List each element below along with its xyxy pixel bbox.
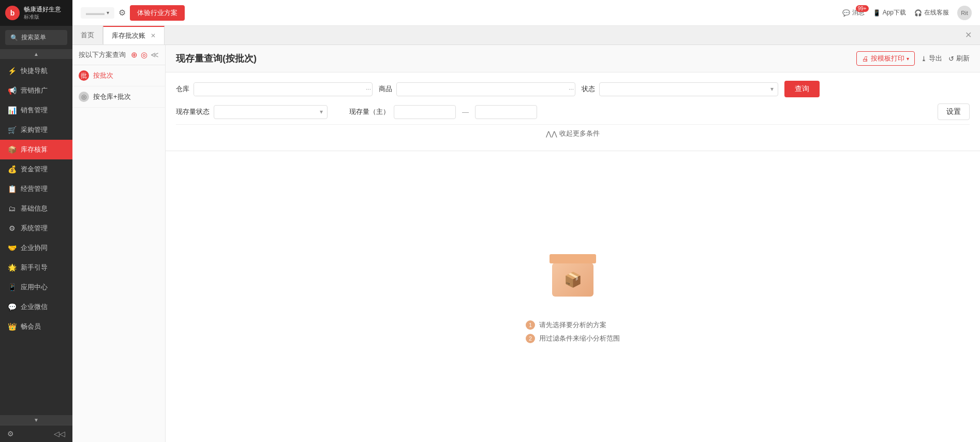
message-icon: 💬: [842, 9, 850, 17]
topbar-gear-button[interactable]: ⚙: [118, 8, 126, 18]
app-download-button[interactable]: 📱 App下载: [873, 8, 906, 17]
warehouse-field: 仓库 ···: [176, 82, 373, 96]
collapse-panel-button[interactable]: ≪: [151, 50, 159, 60]
sidebar-item-operations[interactable]: 📋 经营管理: [0, 179, 72, 199]
sidebar-item-purchase[interactable]: 🛒 采购管理: [0, 120, 72, 140]
printer-icon: 🖨: [862, 55, 869, 63]
search-menu-button[interactable]: 🔍 搜索菜单: [5, 30, 67, 45]
sidebar-item-member[interactable]: 👑 畅会员: [0, 317, 72, 336]
page-header: 现存量查询(按批次) 🖨 按模板打印 ▾ ⤓ 导出 ↺ 刷新: [166, 45, 980, 72]
warehouse-input[interactable]: [194, 83, 365, 96]
inventory-status-label: 现存量状态: [176, 107, 210, 116]
settings-button[interactable]: 设置: [938, 104, 970, 120]
close-tab-button[interactable]: ✕: [961, 30, 976, 40]
qty-min-input[interactable]: [394, 105, 456, 119]
scroll-up-button[interactable]: ▲: [0, 49, 72, 59]
hint-item-1: 1 请先选择要分析的方案: [526, 320, 620, 330]
plan-item-batch[interactable]: 批 按批次: [72, 65, 165, 86]
finance-icon: 💰: [7, 165, 17, 174]
brand-info: 畅康通好生意 标准版: [24, 5, 61, 21]
sidebar-item-finance[interactable]: 💰 资金管理: [0, 159, 72, 179]
topbar-dropdown[interactable]: ▬▬▬ ▾: [81, 7, 114, 19]
sidebar-nav: ⚡ 快捷导航 📢 营销推广 📊 销售管理 🛒 采购管理 📦 库存核算 💰 资金管…: [0, 59, 72, 415]
dropdown-text: ▬▬▬: [86, 9, 105, 17]
refresh-button[interactable]: ↺ 刷新: [948, 54, 970, 63]
plan-item-warehouse-batch[interactable]: ◎ 按仓库+批次: [72, 86, 165, 108]
inventory-status-select[interactable]: [214, 106, 316, 119]
warehouse-label: 仓库: [176, 84, 189, 94]
export-button[interactable]: ⤓ 导出: [921, 54, 942, 63]
product-more-button[interactable]: ···: [568, 84, 575, 94]
settings-footer-button[interactable]: ⚙: [7, 430, 14, 438]
tabs-right: ✕: [957, 30, 980, 40]
trial-button[interactable]: 体验行业方案: [130, 5, 185, 21]
left-panel-header: 按以下方案查询 ⊕ ◎ ≪: [72, 45, 165, 65]
batch-plan-icon: 批: [79, 70, 89, 81]
sidebar-item-basic[interactable]: 🗂 基础信息: [0, 199, 72, 218]
online-service-button[interactable]: 🎧 在线客服: [914, 8, 949, 17]
system-icon: ⚙: [7, 224, 17, 233]
current-qty-label: 现存量（主）: [349, 107, 390, 116]
left-panel-actions: ⊕ ◎ ≪: [131, 50, 159, 60]
sidebar-item-wechat[interactable]: 💬 企业微信: [0, 297, 72, 317]
status-label: 状态: [582, 84, 595, 94]
collapse-more-button[interactable]: ⋀⋀ 收起更多条件: [176, 124, 970, 142]
topbar-right: 💬 消息 99+ 📱 App下载 🎧 在线客服 Rit: [842, 6, 972, 20]
print-dropdown-icon: ▾: [907, 56, 909, 62]
quick-nav-icon: ⚡: [7, 66, 17, 76]
tabs-bar: 首页 库存批次账 ✕ ✕: [72, 26, 980, 45]
avatar: Rit: [957, 6, 972, 20]
left-panel-title: 按以下方案查询: [79, 50, 126, 60]
product-field: 商品 ···: [379, 82, 575, 96]
sidebar-item-quick-nav[interactable]: ⚡ 快捷导航: [0, 61, 72, 81]
scroll-down-button[interactable]: ▼: [0, 415, 72, 425]
product-input-wrap: ···: [396, 82, 575, 96]
messages-button[interactable]: 💬 消息 99+: [842, 8, 865, 17]
apps-icon: 📱: [7, 283, 17, 292]
query-button[interactable]: 查询: [784, 81, 820, 97]
inventory-icon: 📦: [7, 145, 17, 154]
chevron-up-icon: ⋀⋀: [546, 130, 557, 138]
qty-max-input[interactable]: [475, 105, 537, 119]
empty-state: 📦 1 请先选择要分析的方案 2 用过滤条件来缩小分析范围: [166, 151, 980, 442]
sidebar-item-inventory[interactable]: 📦 库存核算: [0, 140, 72, 159]
topbar-left: ▬▬▬ ▾ ⚙ 体验行业方案: [81, 5, 836, 21]
collapse-sidebar-button[interactable]: ◁◁: [54, 430, 65, 438]
filter-area: 仓库 ··· 商品 ···: [166, 72, 980, 151]
search-icon: 🔍: [10, 34, 18, 41]
chevron-down-icon: ▾: [107, 10, 109, 16]
tab-close-icon[interactable]: ✕: [151, 32, 156, 39]
right-content: 现存量查询(按批次) 🖨 按模板打印 ▾ ⤓ 导出 ↺ 刷新: [166, 45, 980, 442]
left-panel: 按以下方案查询 ⊕ ◎ ≪ 批 按批次 ◎ 按仓库+批次: [72, 45, 166, 442]
enterprise-icon: 🤝: [7, 243, 17, 253]
qty-dash: —: [460, 108, 471, 116]
warehouse-batch-icon: ◎: [79, 92, 89, 102]
settings-plan-button[interactable]: ◎: [141, 50, 147, 60]
user-profile[interactable]: Rit: [957, 6, 972, 20]
sidebar-search-area: 🔍 搜索菜单: [0, 26, 72, 49]
headset-icon: 🎧: [914, 9, 922, 17]
status-select[interactable]: [600, 83, 766, 96]
sidebar-footer: ⚙ ◁◁: [0, 425, 72, 442]
warehouse-more-button[interactable]: ···: [365, 84, 372, 94]
add-plan-button[interactable]: ⊕: [131, 50, 138, 60]
tab-home[interactable]: 首页: [72, 26, 103, 44]
hint-text-2: 用过滤条件来缩小分析范围: [539, 334, 620, 343]
sidebar-item-system[interactable]: ⚙ 系统管理: [0, 218, 72, 238]
print-button[interactable]: 🖨 按模板打印 ▾: [856, 51, 915, 66]
status-field: 状态 ▾: [582, 82, 778, 96]
edition-label: 标准版: [24, 13, 61, 21]
sidebar-item-newbie[interactable]: 🌟 新手引导: [0, 258, 72, 277]
product-input[interactable]: [397, 83, 568, 96]
sidebar-item-enterprise[interactable]: 🤝 企业协同: [0, 238, 72, 258]
warehouse-input-wrap: ···: [194, 82, 373, 96]
sidebar-item-apps[interactable]: 📱 应用中心: [0, 277, 72, 297]
sidebar-item-marketing[interactable]: 📢 营销推广: [0, 81, 72, 100]
sidebar-item-sales[interactable]: 📊 销售管理: [0, 100, 72, 120]
marketing-icon: 📢: [7, 86, 17, 95]
phone-icon: 📱: [873, 9, 881, 17]
hint-text-1: 请先选择要分析的方案: [539, 320, 606, 330]
tab-inventory-batch[interactable]: 库存批次账 ✕: [103, 26, 165, 45]
newbie-icon: 🌟: [7, 263, 17, 272]
empty-illustration: 📦: [542, 250, 604, 312]
